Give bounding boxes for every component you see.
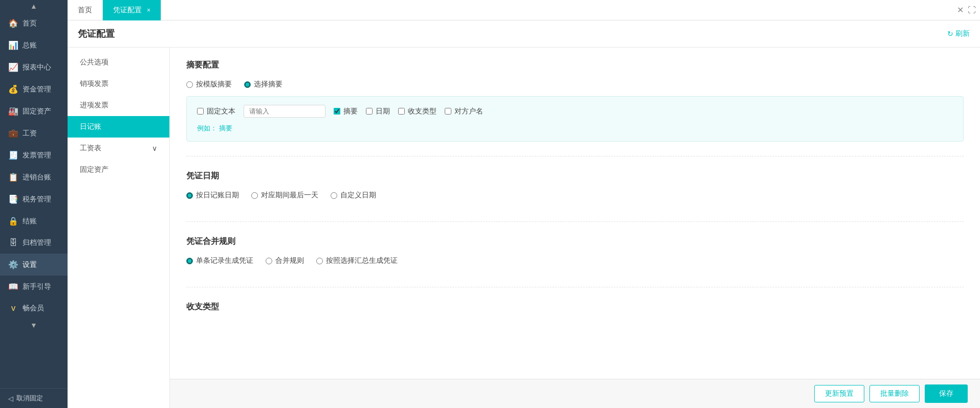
- update-preview-button[interactable]: 更新预置: [814, 385, 864, 402]
- radio-by-journal-date-label: 按日记账日期: [196, 191, 239, 200]
- fixed-text-input[interactable]: [244, 105, 325, 118]
- radio-template-summary[interactable]: 按模版摘要: [186, 80, 232, 89]
- revenue-expense-title: 收支类型: [186, 302, 964, 312]
- radio-custom-date[interactable]: 自定义日期: [331, 191, 376, 200]
- radio-by-journal-date[interactable]: 按日记账日期: [186, 191, 239, 200]
- sidebar-item-label: 新手引导: [23, 282, 51, 291]
- sidebar-item-home[interactable]: 🏠 首页: [0, 12, 68, 34]
- purchase-icon: 📋: [8, 172, 18, 182]
- page-content: 凭证配置 ↻ 刷新 公共选项 销项发票 进项发票 日记账: [68, 20, 980, 408]
- left-nav: 公共选项 销项发票 进项发票 日记账 工资表 ∨ 固定资产: [68, 48, 170, 408]
- sidebar-item-label: 报表中心: [23, 63, 51, 72]
- tab-voucher-config[interactable]: 凭证配置 ×: [103, 0, 161, 20]
- invoice-icon: 🧾: [8, 150, 18, 160]
- sidebar-item-report-center[interactable]: 📈 报表中心: [0, 56, 68, 78]
- radio-by-selection-input[interactable]: [316, 258, 323, 264]
- radio-merge-rule-input[interactable]: [266, 258, 272, 264]
- checkbox-fixed-text-input[interactable]: [197, 108, 204, 115]
- example-text: 例如： 摘要: [197, 124, 953, 133]
- voucher-merge-title: 凭证合并规则: [186, 236, 964, 247]
- voucher-date-radio-row: 按日记账日期 对应期间最后一天 自定义日期: [186, 191, 964, 200]
- save-button[interactable]: 保存: [925, 384, 968, 403]
- radio-by-selection[interactable]: 按照选择汇总生成凭证: [316, 256, 398, 265]
- left-nav-sales-invoice[interactable]: 销项发票: [68, 73, 169, 95]
- left-nav-journal[interactable]: 日记账: [68, 116, 169, 138]
- sidebar-item-label: 设置: [23, 260, 37, 269]
- checkbox-counterpart[interactable]: 对方户名: [445, 107, 483, 116]
- left-nav-fixed-assets-label: 固定资产: [80, 165, 108, 174]
- refresh-button[interactable]: ↻ 刷新: [947, 29, 970, 38]
- radio-merge-rule-label: 合并规则: [275, 256, 304, 265]
- sidebar-item-label: 归档管理: [23, 238, 51, 247]
- checkbox-fixed-text[interactable]: 固定文本: [197, 107, 235, 116]
- radio-by-journal-date-input[interactable]: [186, 192, 193, 199]
- checkbox-counterpart-label: 对方户名: [454, 107, 483, 116]
- sidebar-item-general-ledger[interactable]: 📊 总账: [0, 34, 68, 56]
- sidebar-item-payroll[interactable]: 💼 工资: [0, 122, 68, 144]
- refresh-icon: ↻: [947, 30, 953, 38]
- left-nav-fixed-assets[interactable]: 固定资产: [68, 159, 169, 180]
- settings-icon: ⚙️: [8, 260, 18, 269]
- checkbox-income-type-input[interactable]: [398, 108, 405, 115]
- left-nav-purchase-invoice[interactable]: 进项发票: [68, 95, 169, 116]
- checkbox-counterpart-input[interactable]: [445, 108, 451, 115]
- sidebar-item-invoice-management[interactable]: 🧾 发票管理: [0, 144, 68, 166]
- checkbox-date[interactable]: 日期: [366, 107, 390, 116]
- radio-single-record[interactable]: 单条记录生成凭证: [186, 256, 253, 265]
- pin-icon: ◁: [8, 395, 13, 402]
- window-close-icon[interactable]: ✕: [957, 5, 964, 15]
- tab-close-icon[interactable]: ×: [147, 7, 150, 14]
- closing-icon: 🔒: [8, 216, 18, 226]
- tax-icon: 📑: [8, 194, 18, 204]
- radio-merge-rule[interactable]: 合并规则: [266, 256, 304, 265]
- main-area: 首页 凭证配置 × ✕ ⛶ 凭证配置 ↻ 刷新 公共选项: [68, 0, 980, 408]
- sidebar-item-purchase-sales[interactable]: 📋 进销台账: [0, 166, 68, 188]
- sidebar-item-fixed-assets[interactable]: 🏭 固定资产: [0, 100, 68, 122]
- radio-template-input[interactable]: [186, 81, 193, 88]
- sidebar-item-label: 畅会员: [23, 304, 44, 313]
- sidebar-item-settings[interactable]: ⚙️ 设置: [0, 254, 68, 276]
- radio-custom-date-input[interactable]: [331, 192, 337, 199]
- chart-icon: 📊: [8, 40, 18, 50]
- cancel-fixed-button[interactable]: ◁ 取消固定: [0, 388, 68, 408]
- checkbox-summary-label: 摘要: [343, 107, 358, 116]
- cancel-fixed-label: 取消固定: [16, 394, 43, 403]
- left-nav-public-options[interactable]: 公共选项: [68, 52, 169, 73]
- left-nav-payroll-table[interactable]: 工资表 ∨: [68, 138, 169, 159]
- radio-last-day[interactable]: 对应期间最后一天: [251, 191, 318, 200]
- radio-last-day-input[interactable]: [251, 192, 258, 199]
- sidebar-item-archive-management[interactable]: 🗄 归档管理: [0, 232, 68, 254]
- checkbox-date-input[interactable]: [366, 108, 373, 115]
- archive-icon: 🗄: [8, 238, 18, 247]
- radio-select-summary[interactable]: 选择摘要: [244, 80, 282, 89]
- radio-select-input[interactable]: [244, 81, 251, 88]
- sidebar-scroll-up[interactable]: ▲: [0, 0, 68, 12]
- radio-template-label: 按模版摘要: [196, 80, 232, 89]
- checkbox-summary[interactable]: 摘要: [334, 107, 358, 116]
- sidebar-item-label: 首页: [23, 19, 37, 28]
- report-icon: 📈: [8, 62, 18, 72]
- radio-by-selection-label: 按照选择汇总生成凭证: [326, 256, 398, 265]
- left-nav-payroll-table-label: 工资表: [80, 144, 101, 153]
- sidebar-item-tax-management[interactable]: 📑 税务管理: [0, 188, 68, 210]
- radio-custom-date-label: 自定义日期: [340, 191, 376, 200]
- sidebar-item-premium[interactable]: V 畅会员: [0, 298, 68, 319]
- voucher-date-title: 凭证日期: [186, 171, 964, 182]
- tab-home[interactable]: 首页: [68, 0, 103, 20]
- tab-bar: 首页 凭证配置 × ✕ ⛶: [68, 0, 980, 20]
- radio-single-record-input[interactable]: [186, 258, 193, 264]
- tab-controls: ✕ ⛶: [957, 5, 980, 15]
- sidebar-item-label: 进销台账: [23, 173, 51, 182]
- chevron-down-icon: ∨: [152, 144, 157, 152]
- sidebar-scroll-down[interactable]: ▼: [0, 319, 68, 331]
- checkbox-income-type[interactable]: 收支类型: [398, 107, 437, 116]
- batch-delete-button[interactable]: 批量删除: [869, 385, 920, 402]
- sidebar: ▲ 🏠 首页 📊 总账 📈 报表中心 💰 资金管理 🏭 固定资产 💼 工资 🧾 …: [0, 0, 68, 408]
- checkbox-summary-input[interactable]: [334, 108, 340, 115]
- sidebar-item-fund-management[interactable]: 💰 资金管理: [0, 78, 68, 100]
- sidebar-item-closing[interactable]: 🔒 结账: [0, 210, 68, 232]
- sidebar-item-beginner-guide[interactable]: 📖 新手引导: [0, 276, 68, 298]
- page-title: 凭证配置: [78, 28, 115, 40]
- sidebar-item-label: 资金管理: [23, 85, 51, 94]
- window-resize-icon[interactable]: ⛶: [968, 6, 976, 15]
